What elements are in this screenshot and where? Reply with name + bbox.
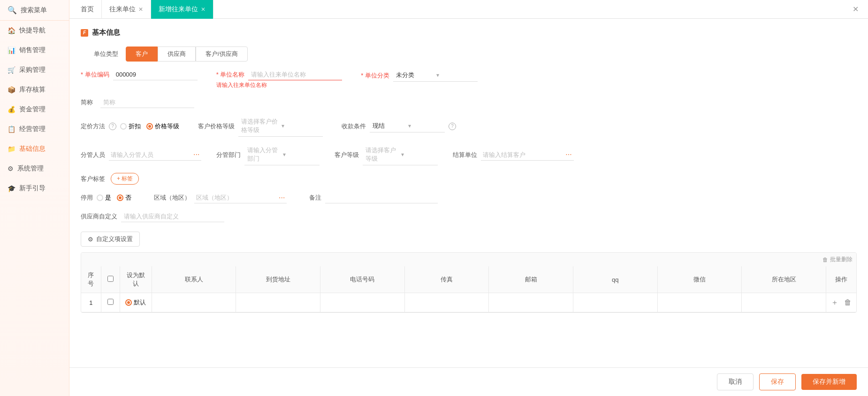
price-level-field-group: 客户价格等级 请选择客户价格等级 ▾	[198, 116, 323, 137]
payment-select[interactable]: 现结 ▾	[370, 120, 445, 132]
btn-type-both[interactable]: 客户/供应商	[196, 47, 248, 62]
custom-settings-button[interactable]: ⚙ 自定义项设置	[81, 232, 140, 247]
radio-dot-no	[117, 194, 123, 201]
qq-input[interactable]	[577, 299, 654, 306]
wechat-input[interactable]	[662, 299, 738, 306]
btn-type-customer[interactable]: 客户	[126, 47, 158, 62]
delete-row-button[interactable]: 🗑	[843, 298, 853, 307]
sidebar-search[interactable]: 🔍 搜索菜单	[0, 0, 69, 21]
tab-contacts[interactable]: 往来单位 ✕	[102, 0, 151, 19]
table-region-input[interactable]	[746, 299, 822, 306]
sidebar-item-finance[interactable]: 💰 资金管理	[0, 100, 69, 119]
batch-delete-button[interactable]: 🗑 批量删除	[822, 256, 853, 264]
chevron-down-icon: ▾	[283, 151, 317, 158]
sidebar-item-purchase[interactable]: 🛒 采购管理	[0, 60, 69, 80]
save-and-add-button[interactable]: 保存并新增	[801, 374, 857, 390]
fax-input[interactable]	[409, 299, 485, 306]
batch-delete-icon: 🗑	[822, 256, 828, 263]
cell-phone[interactable]	[320, 293, 405, 312]
sidebar-item-sales[interactable]: 📊 销售管理	[0, 40, 69, 60]
price-level-placeholder: 请选择客户价格等级	[241, 117, 280, 134]
add-row-button[interactable]: ＋	[830, 298, 839, 307]
name-input[interactable]	[248, 69, 342, 80]
select-all-checkbox[interactable]	[107, 276, 114, 282]
manager-label: 分管人员	[81, 151, 105, 159]
close-window-button[interactable]: ✕	[847, 5, 864, 14]
custom-settings-label: 自定义项设置	[96, 235, 133, 243]
supplier-custom-input[interactable]	[121, 211, 224, 222]
cell-region[interactable]	[742, 293, 826, 312]
name-error-msg: 请输入往来单位名称	[216, 81, 343, 89]
cancel-button[interactable]: 取消	[717, 373, 754, 390]
region-input[interactable]	[194, 192, 277, 203]
close-icon[interactable]: ✕	[138, 6, 143, 13]
chevron-down-icon: ▾	[436, 72, 475, 78]
payment-field-group: 收款条件 现结 ▾ ?	[342, 120, 456, 132]
settlement-more-icon[interactable]: ···	[563, 150, 573, 159]
name-label: * 单位名称	[216, 70, 245, 79]
dept-select[interactable]: 请输入分管部门 ▾	[244, 144, 320, 165]
dept-label: 分管部门	[216, 151, 241, 159]
batch-delete-label: 批量删除	[830, 256, 853, 264]
address-input[interactable]	[240, 299, 316, 306]
pricing-option-discount[interactable]: 折扣	[120, 122, 141, 131]
sidebar-item-home[interactable]: 🏠 快捷导航	[0, 21, 69, 40]
action-buttons: ＋ 🗑	[830, 298, 853, 307]
sidebar-item-operations[interactable]: 📋 经营管理	[0, 119, 69, 139]
save-button[interactable]: 保存	[759, 373, 796, 390]
tab-home[interactable]: 首页	[73, 0, 102, 19]
code-input[interactable]	[113, 69, 198, 80]
sidebar-item-system[interactable]: ⚙ 系统管理	[0, 159, 69, 179]
sidebar-item-guide[interactable]: 🎓 新手引导	[0, 179, 69, 198]
pricing-option-level[interactable]: 价格等级	[146, 122, 179, 131]
close-icon[interactable]: ✕	[201, 6, 206, 13]
payment-help-icon[interactable]: ?	[449, 123, 456, 130]
gear-icon: ⚙	[88, 236, 93, 243]
stop-yes-option[interactable]: 是	[97, 194, 111, 202]
stop-no-option[interactable]: 否	[117, 194, 131, 202]
cell-email[interactable]	[489, 293, 573, 312]
sidebar-item-basic-info[interactable]: 📁 基础信息	[0, 139, 69, 159]
manager-field-group: 分管人员 ···	[81, 149, 201, 161]
cell-default: 默认	[120, 293, 152, 312]
cell-checkbox	[101, 293, 120, 312]
btn-type-supplier[interactable]: 供应商	[158, 47, 196, 62]
customer-level-placeholder: 请选择客户等级	[365, 146, 399, 163]
finance-icon: 💰	[8, 106, 15, 113]
manager-input[interactable]	[109, 149, 191, 160]
cell-contact[interactable]	[152, 293, 236, 312]
price-level-select[interactable]: 请选择客户价格等级 ▾	[238, 116, 323, 137]
remark-input[interactable]	[325, 192, 438, 203]
col-email: 邮箱	[489, 266, 573, 293]
settlement-input[interactable]	[481, 149, 563, 160]
col-qq: qq	[573, 266, 657, 293]
customer-level-select[interactable]: 请选择客户等级 ▾	[363, 144, 438, 165]
sidebar-item-label: 新手引导	[19, 184, 46, 193]
sidebar-item-inventory[interactable]: 📦 库存核算	[0, 80, 69, 100]
email-input[interactable]	[493, 299, 569, 306]
category-select[interactable]: 未分类 ▾	[393, 69, 478, 82]
row-checkbox[interactable]	[107, 299, 114, 305]
col-region: 所在地区	[742, 266, 826, 293]
pricing-help-icon[interactable]: ?	[109, 123, 116, 130]
add-tag-button[interactable]: + 标签	[111, 173, 139, 185]
radio-dot-discount	[120, 123, 127, 130]
table-header: 🗑 批量删除	[81, 253, 856, 266]
contact-input[interactable]	[156, 299, 232, 306]
dept-placeholder: 请输入分管部门	[247, 146, 281, 163]
phone-input[interactable]	[324, 299, 401, 306]
tab-new-contact[interactable]: 新增往来单位 ✕	[151, 0, 213, 19]
region-more-icon[interactable]: ···	[277, 194, 287, 202]
section-icon: F	[81, 29, 88, 37]
cell-address[interactable]	[236, 293, 320, 312]
cell-index: 1	[81, 293, 101, 312]
cell-wechat[interactable]	[657, 293, 742, 312]
cell-qq[interactable]	[573, 293, 657, 312]
col-index: 序号	[81, 266, 101, 293]
manager-more-icon[interactable]: ···	[191, 150, 201, 159]
abbr-label: 简称	[81, 98, 93, 107]
cell-fax[interactable]	[404, 293, 489, 312]
contact-table-section: 🗑 批量删除 序号 设为默认 联系人 到货地址 电话号码 传真	[81, 252, 857, 313]
abbr-input[interactable]	[100, 97, 194, 108]
sidebar-item-label: 快捷导航	[19, 26, 46, 35]
